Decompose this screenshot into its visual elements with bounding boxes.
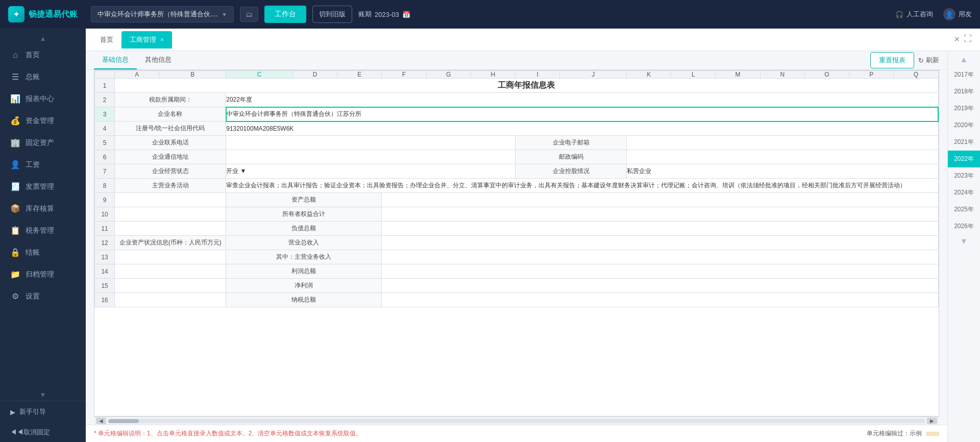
tab-close-icon[interactable]: × bbox=[160, 36, 164, 43]
sidebar-item-tax[interactable]: 📋 税务管理 bbox=[0, 219, 86, 241]
cell-2-value[interactable]: 2022年度 bbox=[226, 93, 938, 107]
archive-button[interactable]: 🗂 bbox=[240, 7, 258, 22]
sidebar-item-label: 总账 bbox=[26, 72, 40, 82]
pin-label: ◀◀取消固定 bbox=[10, 428, 50, 437]
support-button[interactable]: 🎧 人工咨询 bbox=[895, 10, 933, 19]
cell-13-label: 其中：主营业务收入 bbox=[226, 250, 382, 264]
col-header-N: N bbox=[760, 71, 804, 79]
table-row: 1 工商年报信息表 bbox=[95, 79, 939, 93]
table-row: 7 企业经营状态 开业 ▼ 企业控股情况 私营企业 bbox=[95, 164, 939, 179]
inner-nav-bar: 基础信息 其他信息 重置报表 ↻ 刷新 bbox=[86, 51, 947, 70]
company-selector[interactable]: 中审众环会计师事务所（特殊普通合伙.... ▼ bbox=[91, 6, 234, 22]
sidebar-item-assets[interactable]: 🏢 固定资产 bbox=[0, 132, 86, 154]
year-item-2024[interactable]: 2024年 bbox=[948, 184, 980, 201]
year-item-2019[interactable]: 2019年 bbox=[948, 100, 980, 117]
sidebar-item-report[interactable]: 📊 报表中心 bbox=[0, 88, 86, 110]
col-header-row: A B C D E F G H I J bbox=[95, 71, 939, 79]
cell-8-value[interactable]: 审查企业会计报表；出具审计报告；验证企业资本；出具验资报告；办理企业合并、分立、… bbox=[226, 179, 938, 193]
new-user-guide[interactable]: ▶ 新手引导 bbox=[0, 401, 86, 423]
cell-11-value[interactable] bbox=[382, 222, 938, 236]
cell-7-status-label: 企业经营状态 bbox=[115, 164, 226, 179]
workbench-button[interactable]: 工作台 bbox=[264, 6, 306, 23]
year-item-2025[interactable]: 2025年 bbox=[948, 201, 980, 218]
user-menu[interactable]: 👤 用友 bbox=[943, 8, 972, 20]
cell-12-value[interactable] bbox=[382, 236, 938, 250]
table-row: 16 纳税总额 bbox=[95, 293, 939, 307]
cell-title[interactable]: 工商年报信息表 bbox=[115, 79, 938, 93]
cell-9-value[interactable] bbox=[382, 193, 938, 207]
tab-other-info[interactable]: 其他信息 bbox=[137, 51, 180, 69]
table-row: 9 资产总额 bbox=[95, 193, 939, 207]
cell-16-rowlabel bbox=[115, 293, 226, 307]
year-panel-up[interactable]: ▲ bbox=[958, 53, 970, 66]
cell-10-value[interactable] bbox=[382, 207, 938, 222]
cell-7-holding[interactable]: 私营企业 bbox=[627, 164, 938, 179]
table-row: 12 企业资产状况信息(币种：人民币万元) 营业总收入 bbox=[95, 236, 939, 250]
panel-close-icon[interactable]: × bbox=[954, 34, 960, 45]
cell-4-value[interactable]: 91320100MA208E5W6K bbox=[226, 121, 938, 136]
cell-7-status[interactable]: 开业 ▼ bbox=[226, 164, 516, 179]
sidebar-item-ledger[interactable]: ☰ 总账 bbox=[0, 66, 86, 88]
sidebar-item-invoice[interactable]: 🧾 发票管理 bbox=[0, 176, 86, 198]
refresh-label: 刷新 bbox=[926, 56, 939, 65]
cell-edited-sample bbox=[926, 432, 939, 436]
report-icon: 📊 bbox=[10, 94, 20, 104]
tab-basic-label: 基础信息 bbox=[102, 56, 129, 63]
reset-report-button[interactable]: 重置报表 bbox=[870, 52, 914, 68]
refresh-button[interactable]: ↻ 刷新 bbox=[918, 56, 939, 65]
year-item-2021[interactable]: 2021年 bbox=[948, 134, 980, 151]
sidebar-item-archive[interactable]: 📁 归档管理 bbox=[0, 263, 86, 285]
col-header-A: A bbox=[115, 71, 159, 79]
year-item-2020[interactable]: 2020年 bbox=[948, 117, 980, 134]
spreadsheet-container[interactable]: A B C D E F G H I J bbox=[94, 70, 939, 416]
panel-expand-icon[interactable]: ⛶ bbox=[964, 34, 972, 45]
table-row: 6 企业通信地址 邮政编码 bbox=[95, 150, 939, 164]
cell-10-label: 所有者权益合计 bbox=[226, 207, 382, 222]
sidebar-item-home[interactable]: ⌂ 首页 bbox=[0, 44, 86, 66]
year-item-2018[interactable]: 2018年 bbox=[948, 83, 980, 100]
new-user-label: 新手引导 bbox=[19, 407, 46, 416]
cell-6-address[interactable] bbox=[226, 150, 516, 164]
main-layout: ▲ ⌂ 首页 ☰ 总账 📊 报表中心 💰 资金管理 🏢 固定资产 👤 工资 🧾 … bbox=[0, 29, 980, 442]
row-num-9: 9 bbox=[95, 193, 115, 207]
year-item-2017[interactable]: 2017年 bbox=[948, 66, 980, 83]
cell-15-value[interactable] bbox=[382, 279, 938, 293]
new-user-icon: ▶ bbox=[10, 408, 15, 416]
year-item-2026[interactable]: 2026年 bbox=[948, 218, 980, 235]
horizontal-scrollbar[interactable]: ◀ ▶ bbox=[94, 416, 939, 425]
oldver-button[interactable]: 切到旧版 bbox=[312, 6, 352, 23]
cell-16-value[interactable] bbox=[382, 293, 938, 307]
hscroll-right-btn[interactable]: ▶ bbox=[927, 418, 937, 424]
cell-3-value[interactable]: 中审众环会计师事务所（特殊普通合伙）江苏分所 bbox=[226, 107, 938, 121]
year-item-2023[interactable]: 2023年 bbox=[948, 167, 980, 184]
row-num-12: 12 bbox=[95, 236, 115, 250]
tab-basic-info[interactable]: 基础信息 bbox=[94, 51, 137, 69]
sidebar-item-finance[interactable]: 💰 资金管理 bbox=[0, 110, 86, 132]
cell-5-email[interactable] bbox=[627, 136, 938, 150]
sidebar-scroll-up[interactable]: ▲ bbox=[0, 33, 86, 44]
calendar-icon[interactable]: 📅 bbox=[402, 11, 410, 18]
hscroll-left-btn[interactable]: ◀ bbox=[96, 418, 106, 424]
cell-11-rowlabel bbox=[115, 222, 226, 236]
cell-13-value[interactable] bbox=[382, 250, 938, 264]
sidebar-item-payroll[interactable]: 👤 工资 bbox=[0, 154, 86, 176]
sidebar-item-inventory[interactable]: 📦 库存核算 bbox=[0, 198, 86, 219]
cell-5-phone[interactable] bbox=[226, 136, 516, 150]
year-item-2022[interactable]: 2022年 bbox=[948, 151, 980, 167]
logo-icon: ✦ bbox=[8, 6, 24, 22]
sidebar-scroll-down[interactable]: ▼ bbox=[0, 389, 86, 401]
company-name: 中审众环会计师事务所（特殊普通合伙.... bbox=[97, 10, 217, 19]
tab-home[interactable]: 首页 bbox=[94, 31, 119, 48]
hscroll-thumb[interactable] bbox=[108, 419, 139, 423]
cell-6-postal[interactable] bbox=[627, 150, 938, 164]
year-panel-down[interactable]: ▼ bbox=[958, 235, 970, 248]
sidebar-pin-toggle[interactable]: ◀◀取消固定 bbox=[0, 423, 86, 442]
hscroll-track[interactable] bbox=[108, 419, 925, 423]
cell-10-rowlabel bbox=[115, 207, 226, 222]
sidebar-item-label: 设置 bbox=[26, 292, 40, 301]
tab-industrial[interactable]: 工商管理 × bbox=[121, 31, 172, 48]
sidebar-item-settings[interactable]: ⚙ 设置 bbox=[0, 285, 86, 307]
row-num-13: 13 bbox=[95, 250, 115, 264]
sidebar-item-close[interactable]: 🔒 结账 bbox=[0, 241, 86, 263]
cell-14-value[interactable] bbox=[382, 264, 938, 279]
